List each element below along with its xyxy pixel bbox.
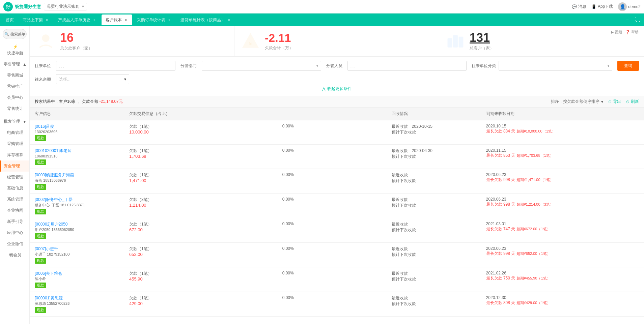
sidebar-item-system[interactable]: 系统管理 — [0, 194, 29, 205]
help-icon: ❓ — [625, 30, 630, 34]
sidebar-item-basic-info[interactable]: 基础信息 — [0, 183, 29, 194]
customer-name-link-4[interactable]: [000002]用户2050 — [35, 222, 67, 227]
sidebar-search-btn[interactable]: 🔍 搜索菜单 — [3, 29, 27, 39]
dept-select[interactable]: ▾ — [202, 61, 321, 71]
marketing-label: 营销推广 — [7, 84, 23, 89]
tab-home[interactable]: 首页 — [2, 14, 18, 25]
customer-name-link-2[interactable]: [0003]畅捷服务尹海燕 — [35, 173, 74, 177]
customer-name-link-7[interactable]: [000001]黄思源 — [35, 296, 63, 300]
customer-name-link-1[interactable]: [0001020001]李老师 — [35, 148, 72, 153]
sidebar-item-business[interactable]: 经营管理 — [0, 172, 29, 183]
user-menu[interactable]: 👤 demo2 — [618, 2, 641, 11]
sidebar-item-retail-mgmt[interactable]: 零售管理 ▲ — [0, 59, 29, 70]
debt-count-7: 欠款（1笔） — [129, 296, 152, 300]
tab-customer[interactable]: 客户账本 × — [102, 14, 132, 25]
nav-tabs: 首页 商品上下架 × 产成品入库单历史 × 客户账本 × 采购订单统计表 × 进… — [0, 13, 644, 26]
video-btn[interactable]: ▶ 视频 — [611, 30, 622, 35]
filter-source-unit: 往来单位 ... — [35, 61, 175, 71]
svg-point-0 — [42, 34, 50, 42]
app-download-btn[interactable]: 📱 App下载 — [591, 4, 613, 9]
customer-name-link-6[interactable]: [0006]去下粮仓 — [35, 271, 62, 276]
owing-customers-content: 16 总欠款客户（家） — [60, 32, 92, 51]
sidebar-item-finance[interactable]: 资金管理 — [0, 160, 29, 172]
close-tab-purchase[interactable]: × — [167, 18, 172, 22]
sidebar-divider-1 — [2, 115, 28, 115]
export-btn[interactable]: ⊙ 导出 — [608, 99, 621, 105]
refresh-btn[interactable]: ⊙ 刷新 — [626, 99, 639, 105]
collapse-btn[interactable]: ⋀ 收起更多条件 — [35, 86, 639, 92]
owing-amount-content: -2.11 欠款合计（万） — [265, 32, 293, 51]
filter-area: 往来单位 ... 分管部门 ▾ 分管人员 ... — [30, 57, 644, 96]
svg-text:¥: ¥ — [249, 41, 252, 46]
sidebar-item-purchase[interactable]: 采购管理 — [0, 138, 29, 149]
overdue-amount-2[interactable]: 超期¥1,471.00（1笔） — [516, 178, 554, 182]
company-selector[interactable]: 母婴行业演示账套 ▾ — [44, 3, 87, 10]
owing-amount-label: 欠款合计（万） — [265, 45, 293, 51]
debt-amount-2[interactable]: 1,471.00 — [129, 178, 146, 183]
tab-production[interactable]: 产成品入库单历史 × — [54, 14, 101, 25]
close-tab-products[interactable]: × — [45, 18, 49, 22]
sidebar-item-enterprise[interactable]: 企业协同 — [0, 205, 29, 216]
sidebar-item-wechat[interactable]: 企业微信 — [0, 238, 29, 249]
unit-category-select[interactable]: ▾ — [499, 61, 612, 71]
close-tab-production[interactable]: × — [92, 18, 97, 22]
sidebar-item-ecommerce[interactable]: 电商管理 — [0, 127, 29, 138]
tab-inventory[interactable]: 进货单统计表（按商品） × — [176, 14, 235, 25]
sidebar-item-member[interactable]: 会员中心 — [0, 92, 29, 103]
customer-phone-2: 海燕 18513066976 — [35, 178, 66, 182]
expire-date-6: 2021.02.26 — [486, 271, 506, 275]
cell-percent-7: 0.00% — [275, 292, 387, 317]
sidebar-item-guide[interactable]: 新手引导 — [0, 216, 29, 227]
overdue-amount-3[interactable]: 超期¥1,214.00（3笔） — [516, 202, 554, 206]
sidebar-item-retail-stats[interactable]: 零售统计 — [0, 103, 29, 114]
customer-name-link-0[interactable]: [0016]吕俊 — [35, 124, 54, 129]
debt-amount-7[interactable]: 429.00 — [129, 301, 143, 306]
customer-tag-4: 现款 — [35, 233, 46, 239]
overdue-amount-7[interactable]: 超期¥429.00（1笔） — [516, 301, 551, 305]
debt-amount-6[interactable]: 455.90 — [129, 276, 143, 282]
source-unit-input[interactable]: ... — [56, 61, 175, 71]
customer-name-link-3[interactable]: [0002]服务中心_丁磊 — [35, 197, 73, 202]
debt-amount-1[interactable]: 1,703.68 — [129, 154, 146, 159]
tab-products[interactable]: 商品上下架 × — [19, 14, 53, 25]
help-btn[interactable]: ❓ 帮助 — [625, 30, 639, 35]
overdue-amount-5[interactable]: 超期¥652.00（1笔） — [516, 252, 551, 256]
balance-select[interactable]: 选择... ▾ — [56, 74, 129, 84]
sort-select[interactable]: 排序：按欠款金额倒序排序 ▾ — [551, 99, 603, 105]
overdue-amount-4[interactable]: 超期¥672.00（1笔） — [516, 227, 551, 231]
next-payment-1: 预计下次收款 — [392, 154, 416, 159]
nav-maximize-btn[interactable]: ⛶ — [634, 16, 642, 24]
overdue-amount-1[interactable]: 超期¥1,703.68（1笔） — [516, 153, 554, 157]
message-btn[interactable]: 💬 消息 — [572, 4, 586, 9]
retail-mgmt-arrow: ▲ — [23, 62, 27, 67]
nav-minimize-btn[interactable]: － — [623, 16, 632, 24]
sidebar-item-member-pro[interactable]: 畅会员 — [0, 249, 29, 261]
manager-input[interactable]: ... — [347, 61, 467, 71]
debt-amount-0[interactable]: 10,000.00 — [129, 129, 149, 135]
sidebar-item-retail-shop[interactable]: 零售商城 — [0, 70, 29, 81]
sidebar-item-batch-mgmt[interactable]: 批发管理 ▼ — [0, 116, 29, 127]
cell-collection-4: 最近收款 预计下次收款 — [387, 218, 481, 243]
stat-owing-amount: ¥ -2.11 欠款合计（万） — [234, 26, 439, 56]
debt-amount-4[interactable]: 672.00 — [129, 227, 143, 232]
close-tab-customer[interactable]: × — [123, 18, 128, 22]
sidebar-item-inventory[interactable]: 库存核算 — [0, 149, 29, 160]
debt-amount-5[interactable]: 652.00 — [129, 252, 143, 257]
close-tab-inventory[interactable]: × — [227, 18, 231, 22]
member-label: 会员中心 — [7, 95, 23, 100]
enterprise-label: 企业协同 — [7, 208, 23, 213]
debt-amount-3[interactable]: 1,214.00 — [129, 203, 146, 208]
results-actions: 排序：按欠款金额倒序排序 ▾ ⊙ 导出 ⊙ 刷新 — [551, 99, 639, 105]
tab-purchase[interactable]: 采购订单统计表 × — [133, 14, 176, 25]
source-unit-dots: ... — [59, 63, 65, 68]
debt-percent-3: 0.00% — [282, 197, 294, 202]
cell-customer-6: [0006]去下粮仓 陈小希 现款 — [30, 267, 124, 292]
sidebar-item-marketing[interactable]: 营销推广 — [0, 81, 29, 92]
sidebar-item-apps[interactable]: 应用中心 — [0, 227, 29, 238]
overdue-amount-0[interactable]: 超期¥10,000.00（1笔） — [516, 129, 556, 133]
overdue-amount-6[interactable]: 超期¥455.90（1笔） — [516, 276, 551, 280]
customer-name-link-5[interactable]: [0007]小进千 — [35, 246, 58, 251]
th-customer-info: 客户信息 — [30, 108, 124, 120]
search-button[interactable]: 查询 — [617, 61, 639, 71]
sidebar-item-quick-nav[interactable]: ⚡ 快捷导航 — [0, 42, 29, 59]
